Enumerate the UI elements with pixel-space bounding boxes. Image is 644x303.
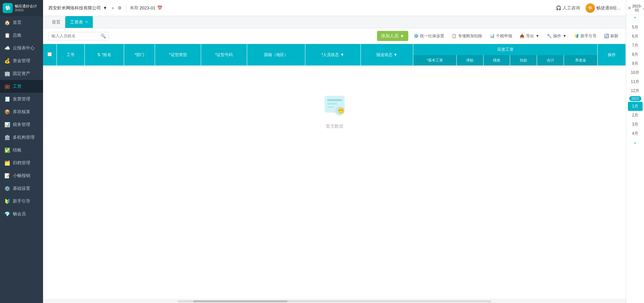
sidebar-item-label: 工资: [13, 83, 22, 89]
month-item-2[interactable]: 2月: [628, 111, 643, 120]
year-badge: 2023: [629, 96, 641, 101]
expand-panel-icon[interactable]: ⤢: [642, 5, 644, 11]
close-panel-icon[interactable]: ✕: [628, 5, 632, 11]
sidebar-item-label: 资金管理: [13, 58, 30, 64]
calendar-icon[interactable]: 📅: [157, 5, 162, 10]
period-value: 2023-01: [140, 5, 156, 10]
settings-icon: ⚙️: [4, 186, 10, 191]
month-item-3[interactable]: 3月: [628, 120, 643, 129]
right-panel: ✕ 2023-01 ⤢ ⌃ 5月 6月 7月 8月 9月 10月 11月 12月…: [626, 0, 644, 303]
sidebar-item-inventory[interactable]: 📦 库存核算: [0, 105, 43, 118]
tab-home[interactable]: 首页: [47, 16, 65, 28]
sort-name-icon[interactable]: ⇅: [97, 52, 101, 57]
salary-table: 工号 ⇅ *姓名 *部门 *证型类型 *证型号码: [43, 44, 626, 66]
fixed-asset-icon: 🏢: [4, 71, 10, 76]
company-dropdown-icon[interactable]: ▼: [103, 5, 107, 10]
logo-initial: 畅: [5, 5, 10, 11]
sidebar-item-label: 结账: [13, 147, 22, 153]
expense-icon: 📝: [4, 173, 10, 178]
export-dropdown-icon: ▼: [535, 34, 539, 38]
table-wrap: 工号 ⇅ *姓名 *部门 *证型类型 *证型号码: [43, 44, 626, 299]
filter-person-status-icon[interactable]: ▼: [340, 52, 344, 57]
cloud-icon: ☁️: [4, 45, 10, 51]
company-name: 西安虾米网络科技有限公司: [48, 5, 101, 11]
scroll-thumb[interactable]: [193, 300, 288, 302]
sidebar-item-ledger[interactable]: 📋 总账: [0, 29, 43, 42]
newbie-guide-icon: 🔰: [574, 34, 579, 38]
month-item-12[interactable]: 12月: [628, 86, 643, 95]
sidebar-item-label: 畅会员: [13, 211, 26, 217]
newbie-guide-btn[interactable]: 🔰 新手引导: [572, 32, 599, 40]
export-btn[interactable]: 📤 导出 ▼: [518, 32, 541, 40]
sidebar-item-label: 总账: [13, 32, 22, 38]
col-operations: 操作: [598, 44, 626, 66]
user-info[interactable]: 畅 畅捷通B组...: [585, 3, 620, 13]
service-btn[interactable]: 🎧 人工咨询: [556, 5, 580, 11]
sidebar-item-checkout[interactable]: ✅ 结账: [0, 144, 43, 157]
company-selector[interactable]: 西安虾米网络科技有限公司 ▼: [48, 5, 107, 11]
sidebar-item-member[interactable]: 💎 畅会员: [0, 208, 43, 220]
tax-report-btn[interactable]: 📊 个税申报: [488, 32, 514, 40]
panel-up-arrow[interactable]: ⌃: [632, 15, 638, 23]
sidebar-item-label: 小畅报销: [13, 173, 30, 179]
special-deduction-icon: 📋: [452, 34, 457, 38]
invoice-icon: 🧾: [4, 96, 10, 102]
sidebar-item-label: 新手引导: [13, 198, 30, 204]
sidebar-item-fixed-asset[interactable]: 🏢 固定资产: [0, 67, 43, 80]
filter-submit-status-icon[interactable]: ▼: [393, 52, 397, 57]
sidebar-item-guide[interactable]: 🔰 新手引导: [0, 195, 43, 208]
panel-down-arrow[interactable]: ⌄: [632, 138, 638, 146]
sidebar-item-settings[interactable]: ⚙️ 基础设置: [0, 182, 43, 195]
sidebar-item-cloud-report[interactable]: ☁️ 云报表中心: [0, 42, 43, 54]
month-item-9[interactable]: 9月: [628, 59, 643, 68]
tab-salary[interactable]: 工资表 ✕: [65, 16, 93, 28]
member-icon: 💎: [4, 211, 10, 217]
sidebar-item-home[interactable]: 🏠 首页: [0, 16, 43, 29]
sidebar-item-tax[interactable]: 📊 税务管理: [0, 118, 43, 131]
month-item-11[interactable]: 11月: [628, 77, 643, 86]
month-item-5[interactable]: 5月: [628, 23, 643, 32]
refresh-btn[interactable]: 🔄 刷新: [602, 32, 620, 40]
horizontal-scrollbar[interactable]: [43, 299, 626, 303]
topbar-add-icon[interactable]: ＋: [111, 5, 115, 11]
operations-dropdown-icon: ▼: [563, 34, 567, 38]
sidebar-item-invoice[interactable]: 🧾 发票管理: [0, 93, 43, 105]
inventory-icon: 📦: [4, 109, 10, 115]
topbar-settings-icon[interactable]: ⚙: [118, 5, 122, 10]
month-item-6[interactable]: 6月: [628, 32, 643, 41]
guide-icon: 🔰: [4, 199, 10, 204]
month-item-4[interactable]: 4月: [628, 129, 643, 138]
sidebar-item-fund[interactable]: 💰 资金管理: [0, 54, 43, 67]
col-allowance: 津贴: [456, 55, 483, 66]
sidebar-item-label: 基础设置: [13, 185, 30, 191]
sidebar-item-expense[interactable]: 📝 小畅报销: [0, 169, 43, 182]
user-name: 畅捷通B组...: [596, 5, 620, 11]
month-item-10[interactable]: 10月: [628, 68, 643, 77]
checkbox-header[interactable]: [43, 44, 56, 66]
special-deduction-btn[interactable]: 📋 专项附加扣除: [450, 32, 484, 40]
sidebar-item-salary[interactable]: 💼 工资: [0, 80, 43, 93]
svg-text:😶: 😶: [338, 107, 344, 114]
select-all-checkbox[interactable]: [47, 52, 52, 56]
add-person-button[interactable]: 添加人员 ▼: [377, 31, 408, 41]
month-item-7[interactable]: 7月: [628, 41, 643, 50]
svg-rect-1: [327, 99, 342, 101]
month-item-8[interactable]: 8月: [628, 50, 643, 59]
table-header-row1: 工号 ⇅ *姓名 *部门 *证型类型 *证型号码: [43, 44, 626, 55]
operations-btn[interactable]: 🔧 操作 ▼: [545, 32, 569, 40]
sidebar-item-multi-org[interactable]: 🏛️ 多机构管理: [0, 131, 43, 144]
tab-salary-label: 工资表: [70, 19, 83, 25]
ledger-icon: 📋: [4, 33, 10, 38]
month-item-1-active[interactable]: 1月: [628, 102, 643, 111]
tab-salary-close[interactable]: ✕: [85, 20, 88, 24]
col-cert-no: *证型号码: [201, 44, 247, 66]
search-input[interactable]: [51, 34, 99, 38]
search-wrap[interactable]: 🔍: [48, 32, 109, 40]
sidebar: 畅 畅应通好会计 旗舰版 🏠 首页 📋 总账 ☁️ 云报表中心 💰 资金管理 🏢…: [0, 0, 43, 303]
social-insurance-btn[interactable]: ⚙️ 统一社保设置: [412, 32, 446, 40]
empty-illustration: 😶: [321, 92, 348, 119]
sidebar-item-archive[interactable]: 🗂️ 归档管理: [0, 157, 43, 169]
export-icon: 📤: [520, 34, 525, 38]
sidebar-item-label: 固定资产: [13, 71, 30, 77]
logo: 畅 畅应通好会计 旗舰版: [0, 0, 43, 16]
